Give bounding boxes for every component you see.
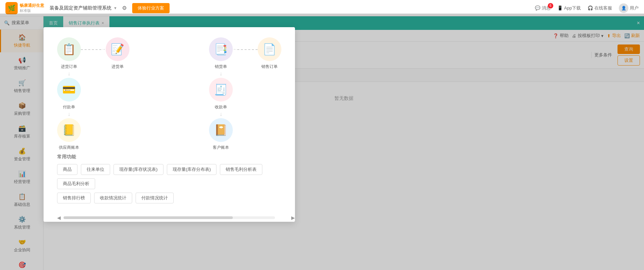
scroll-thumb [64,216,233,219]
main-area: 🔍 搜索菜单 🏠 快捷导航 📢 营销推广 🛒 销售管理 📦 采购管理 🗃️ [0,16,644,270]
func-stock-status[interactable]: 现存量(库存状况表) [114,164,163,175]
arrow-down-4: ↓ [220,111,222,117]
func-goods[interactable]: 商品 [57,164,77,175]
payment-circle: 💳 [57,78,81,102]
func-goods-profit[interactable]: 商品毛利分析 [57,178,95,189]
flow-col-purchase-bill: 📝 进货单 [106,37,129,70]
h-arrow-2: ← [233,37,258,52]
modal-content: 📋 进货订单 ↓ 💳 付款单 [43,27,295,214]
func-payment-stat[interactable]: 付款情况统计 [136,193,174,203]
flow-node-supplier-ledger[interactable]: 📒 供应商账本 [57,118,81,150]
h-arrow-1: → [81,37,106,52]
flow-node-purchase-bill[interactable]: 📝 进货单 [106,37,129,70]
purchase-order-label: 进货订单 [61,64,77,70]
online-service-label: 在线客服 [594,5,612,11]
app-download-button[interactable]: 📱 App下载 [557,5,581,11]
arrow-down-3: ↓ [68,111,70,117]
service-icon: 🎧 [588,5,593,11]
common-functions: 常用功能 商品 往来单位 现存量(库存状况表) 现存量(库存分布表) 销售毛利分… [57,154,281,203]
purchase-bill-label: 进货单 [111,64,124,70]
user-label: 用户 [630,5,639,11]
flow-node-sales-bill[interactable]: 📑 销货单 [209,37,233,70]
logo-text: 畅康通好生意 标准版 [20,3,44,13]
system-title: 装备及固定资产辅助管理系统 [50,5,111,11]
message-icon: 💬 [535,5,540,11]
purchase-bill-circle: 📝 [106,37,129,61]
quick-nav-modal: 📋 进货订单 ↓ 💳 付款单 [43,27,295,222]
func-partner[interactable]: 往来单位 [81,164,110,175]
flow-node-customer-ledger[interactable]: 📔 客户账本 [209,118,233,150]
content-area: 首页 销售订单执行表 × × ❓ 帮助 🖨 按 [43,16,644,270]
top-right-area: 💬 消息 6 📱 App下载 🎧 在线客服 👤 用户 [535,3,639,13]
purchase-order-circle: 📋 [57,37,81,61]
user-button[interactable]: 👤 用户 [619,3,639,13]
app-container: 🌿 畅康通好生意 标准版 装备及固定资产辅助管理系统 ▾ ⚙ 体验行业方案 💬 … [0,0,644,270]
message-badge: 6 [548,3,553,8]
customer-ledger-label: 客户账本 [213,145,229,150]
func-stock-dist[interactable]: 现存量(库存分布表) [167,164,217,175]
app-download-label: App下载 [564,5,581,11]
logo-area[interactable]: 🌿 畅康通好生意 标准版 [5,2,44,14]
supplier-ledger-circle: 📒 [57,118,81,142]
common-funcs-title: 常用功能 [57,154,281,160]
sales-bill-label: 销货单 [215,64,227,70]
receipt-label: 收款单 [215,104,227,110]
sales-order-circle: 📄 [258,37,281,61]
flow-col-sales-order: 📄 销售订单 [258,37,281,70]
customer-ledger-circle: 📔 [209,118,233,142]
flow-node-purchase-order[interactable]: 📋 进货订单 [57,37,81,70]
supplier-ledger-label: 供应商账本 [59,145,79,150]
message-button[interactable]: 💬 消息 6 [535,5,551,11]
payment-label: 付款单 [63,104,75,110]
modal-scrollbar: ◀ ▶ [43,214,295,222]
func-row-2: 销售排行榜 收款情况统计 付款情况统计 [57,193,281,203]
flow-col-sales-bill: 📑 销货单 ↓ 🧾 收款单 [209,37,233,150]
scroll-left-arrow[interactable]: ◀ [57,215,61,220]
sales-order-label: 销售订单 [261,64,278,70]
flow-node-receipt[interactable]: 🧾 收款单 [209,78,233,110]
logo-icon: 🌿 [5,2,18,14]
modal-overlay[interactable]: 📋 进货订单 ↓ 💳 付款单 [43,16,644,270]
func-receipt-stat[interactable]: 收款情况统计 [94,193,132,203]
func-sales-rank[interactable]: 销售排行榜 [57,193,91,203]
avatar: 👤 [619,3,628,13]
online-service-button[interactable]: 🎧 在线客服 [588,5,612,11]
settings-icon[interactable]: ⚙ [122,5,127,11]
flow-diagram: 📋 进货订单 ↓ 💳 付款单 [57,37,281,150]
dropdown-icon[interactable]: ▾ [114,5,117,11]
func-sales-profit[interactable]: 销售毛利分析表 [220,164,262,175]
flow-node-payment[interactable]: 💳 付款单 [57,78,81,110]
download-icon: 📱 [557,5,563,11]
scroll-track[interactable] [64,216,275,219]
func-row-1: 商品 往来单位 现存量(库存状况表) 现存量(库存分布表) 销售毛利分析表 商品… [57,164,281,189]
trial-button[interactable]: 体验行业方案 [132,3,170,13]
receipt-circle: 🧾 [209,78,233,102]
flow-node-sales-order[interactable]: 📄 销售订单 [258,37,281,70]
flow-col-left: 📋 进货订单 ↓ 💳 付款单 [57,37,81,150]
arrow-down-1: ↓ [68,71,70,76]
sales-bill-circle: 📑 [209,37,233,61]
arrow-down-2: ↓ [220,71,222,76]
scroll-right-arrow[interactable]: ▶ [291,215,295,220]
